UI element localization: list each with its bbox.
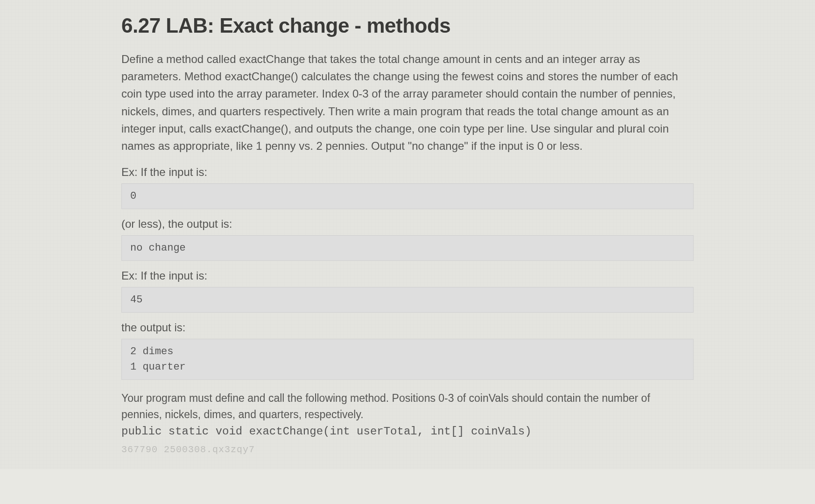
example1-output-lead: (or less), the output is:	[121, 217, 694, 231]
example1-input-box: 0	[121, 183, 694, 209]
method-signature: public static void exactChange(int userT…	[121, 425, 694, 438]
lab-instructions-page: 6.27 LAB: Exact change - methods Define …	[0, 0, 815, 469]
example1-output-box: no change	[121, 235, 694, 261]
example2-input-lead: Ex: If the input is:	[121, 269, 694, 282]
lab-title: 6.27 LAB: Exact change - methods	[121, 14, 694, 37]
example2-output-lead: the output is:	[121, 321, 694, 334]
watermark-id: 367790 2500308.qx3zqy7	[121, 444, 694, 455]
example1-input-lead: Ex: If the input is:	[121, 166, 694, 179]
example2-output-box: 2 dimes 1 quarter	[121, 339, 694, 380]
lab-description: Define a method called exactChange that …	[121, 50, 694, 154]
method-requirement-text: Your program must define and call the fo…	[121, 390, 694, 422]
example2-input-box: 45	[121, 287, 694, 313]
